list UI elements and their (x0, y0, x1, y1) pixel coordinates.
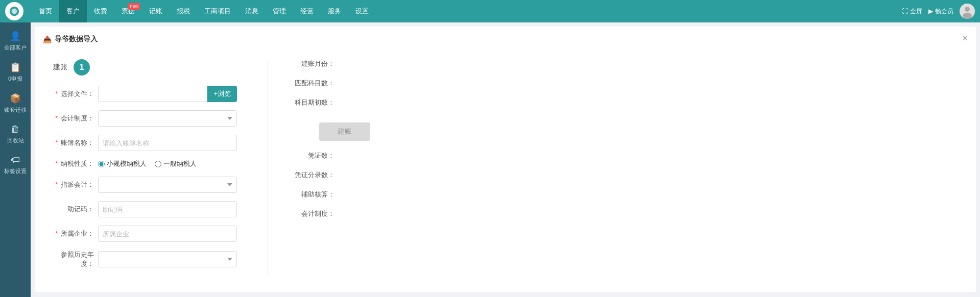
step-circle: 1 (74, 59, 90, 76)
voucher-count-label: 凭证数： (289, 151, 334, 160)
fullscreen-icon: ⛶ (902, 8, 908, 15)
ledger-name-row: * 账簿名称： (53, 135, 237, 151)
svg-point-2 (965, 7, 970, 12)
match-subjects-row: 匹配科目数： (289, 79, 400, 88)
recycle-icon: 🗑 (11, 124, 20, 135)
init-balance-label: 科目期初数： (289, 98, 334, 107)
company-row: * 所属企业： (53, 226, 237, 242)
panel-title: 📤 导爷数据导入 (43, 35, 968, 44)
form-left: 建账 1 * 选择文件： +浏览 (53, 59, 237, 277)
step-header: 建账 1 (53, 59, 237, 76)
nav-item-bookkeeping[interactable]: 记账 (142, 0, 170, 22)
main-content: 📤 导爷数据导入 × 建账 1 * 选择文件： (31, 22, 980, 297)
file-label: * 选择文件： (53, 89, 94, 98)
accounting-system-label: * 会计制度： (53, 114, 94, 123)
memo-code-row: 助记码： (53, 201, 237, 217)
radio-general-taxpayer[interactable]: 一般纳税人 (155, 159, 197, 168)
accountant-select[interactable] (98, 177, 237, 193)
file-row: * 选择文件： +浏览 (53, 86, 237, 102)
nav-item-business[interactable]: 工商项目 (197, 0, 238, 22)
sidebar: 👤 全部客户 📋 0申报 📦 账套迁移 🗑 回收站 🏷 标签设置 (0, 22, 31, 297)
accountant-row: * 指派会计： (53, 177, 237, 193)
nav-item-tax[interactable]: 报税 (170, 0, 197, 22)
sidebar-item-recycle[interactable]: 🗑 回收站 (0, 120, 31, 148)
vip-button[interactable]: ▶ 畅会员 (928, 7, 953, 16)
vip-icon: ▶ (928, 8, 933, 15)
layout: 👤 全部客户 📋 0申报 📦 账套迁移 🗑 回收站 🏷 标签设置 📤 导爷数据导… (0, 22, 980, 297)
accounting-system-select[interactable] (98, 110, 237, 127)
auxiliary-label: 辅助核算： (289, 190, 334, 199)
tax-type-row: * 纳税性质： 小规模纳税人 一般纳税人 (53, 159, 237, 168)
ledger-name-input[interactable] (98, 135, 237, 151)
ledger-name-label: * 账簿名称： (53, 138, 94, 147)
nav-item-invoice[interactable]: 票据 new (114, 0, 142, 22)
voucher-entries-row: 凭证分录数： (289, 170, 400, 180)
init-balance-row: 科目期初数： (289, 98, 400, 107)
user-avatar[interactable] (960, 4, 975, 19)
new-badge: new (128, 3, 140, 10)
step-label: 建账 (53, 63, 67, 72)
nav-item-fee[interactable]: 收费 (87, 0, 114, 22)
voucher-count-row: 凭证数： (289, 151, 400, 160)
history-year-label: 参照历史年度： (53, 250, 94, 268)
memo-code-label: 助记码： (53, 205, 94, 214)
import-icon: 📤 (43, 35, 52, 43)
tax-type-label: * 纳税性质： (53, 159, 94, 168)
migrate-icon: 📦 (10, 93, 21, 104)
file-input[interactable] (98, 86, 207, 102)
history-year-select[interactable] (98, 251, 237, 267)
nav-item-home[interactable]: 首页 (32, 0, 59, 22)
nav-items: 首页 客户 收费 票据 new 记账 报税 工商项目 消息 管理 经营 服务 设… (32, 0, 902, 22)
history-year-row: 参照历史年度： (53, 250, 237, 268)
tax-type-radio-group: 小规模纳税人 一般纳税人 (98, 159, 197, 168)
right-accounting-system-label: 会计制度： (289, 209, 334, 218)
accountant-label: * 指派会计： (53, 180, 94, 189)
nav-item-settings[interactable]: 设置 (348, 0, 376, 22)
logo[interactable] (5, 2, 23, 20)
right-accounting-system-row: 会计制度： (289, 209, 400, 218)
zero-declare-icon: 📋 (10, 62, 21, 73)
auxiliary-row: 辅助核算： (289, 190, 400, 199)
file-input-group: +浏览 (98, 86, 237, 102)
all-clients-icon: 👤 (10, 31, 21, 42)
memo-code-input[interactable] (98, 201, 237, 217)
close-button[interactable]: × (962, 34, 968, 43)
sidebar-item-all-clients[interactable]: 👤 全部客户 (0, 27, 31, 56)
svg-point-3 (963, 13, 972, 19)
top-nav: 首页 客户 收费 票据 new 记账 报税 工商项目 消息 管理 经营 服务 设… (0, 0, 980, 22)
sidebar-item-zero-declare[interactable]: 📋 0申报 (0, 58, 31, 87)
nav-item-manage[interactable]: 管理 (266, 0, 293, 22)
build-btn-area: 建账 (289, 117, 400, 141)
tag-settings-icon: 🏷 (11, 155, 20, 165)
sidebar-item-migrate[interactable]: 📦 账套迁移 (0, 89, 31, 118)
company-label: * 所属企业： (53, 229, 94, 238)
browse-button[interactable]: +浏览 (207, 86, 237, 102)
radio-small-taxpayer[interactable]: 小规模纳税人 (98, 159, 147, 168)
company-input[interactable] (98, 226, 237, 242)
nav-item-message[interactable]: 消息 (238, 0, 266, 22)
accounting-system-row: * 会计制度： (53, 110, 237, 127)
page-panel: 📤 导爷数据导入 × 建账 1 * 选择文件： (35, 27, 976, 292)
form-right: 建账月份： 匹配科目数： 科目期初数： 建账 凭证 (268, 59, 400, 277)
nav-right: ⛶ 全屏 ▶ 畅会员 (902, 4, 975, 19)
form-area: 建账 1 * 选择文件： +浏览 (43, 54, 968, 282)
nav-item-service[interactable]: 服务 (321, 0, 348, 22)
match-subjects-label: 匹配科目数： (289, 79, 334, 88)
voucher-entries-label: 凭证分录数： (289, 170, 334, 180)
nav-item-operation[interactable]: 经营 (293, 0, 321, 22)
build-month-label: 建账月份： (289, 59, 334, 68)
build-account-button[interactable]: 建账 (319, 122, 370, 141)
nav-item-client[interactable]: 客户 (59, 0, 87, 22)
fullscreen-button[interactable]: ⛶ 全屏 (902, 7, 922, 16)
sidebar-item-tag-settings[interactable]: 🏷 标签设置 (0, 151, 31, 179)
build-month-row: 建账月份： (289, 59, 400, 68)
